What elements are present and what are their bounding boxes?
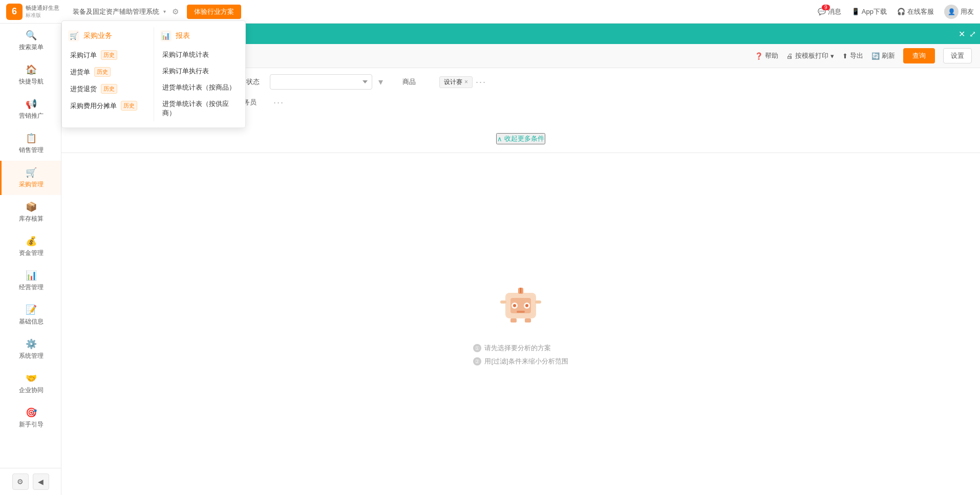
home-icon: 🏠 bbox=[26, 64, 37, 75]
sidebar-item-sales[interactable]: 📋 销售管理 bbox=[0, 126, 61, 161]
sidebar-item-inventory[interactable]: 📦 库存核算 bbox=[0, 195, 61, 229]
dropdown-col-reports: 📊 报表 采购订单统计表 采购订单执行表 进货单统计表（按商品） 进货单统计表（… bbox=[154, 27, 246, 121]
dropdown-item-inbound[interactable]: 进货单 历史 bbox=[68, 63, 147, 80]
logo-name: 畅捷通好生意 bbox=[26, 4, 59, 11]
sales-icon: 📋 bbox=[26, 133, 37, 144]
refresh-btn[interactable]: 🔄 刷新 bbox=[871, 51, 895, 60]
print-btn[interactable]: 🖨 按模板打印 ▾ bbox=[786, 51, 834, 60]
sidebar-item-quick-nav[interactable]: 🏠 快捷导航 bbox=[0, 58, 61, 92]
logo-area: 6 畅捷通好生意 标准版 bbox=[6, 4, 68, 20]
settings-button[interactable]: 设置 bbox=[943, 48, 972, 63]
empty-illustration bbox=[495, 280, 546, 331]
sidebar-item-inventory-label: 库存核算 bbox=[19, 214, 44, 223]
empty-tips: ① 请先选择要分析的方案 ② 用[过滤]条件来缩小分析范围 bbox=[473, 341, 568, 368]
tab-close-all-icon[interactable]: ✕ bbox=[958, 29, 965, 39]
messages-icon: 💬 9 bbox=[818, 8, 826, 15]
reports-dropdown-icon: 📊 bbox=[160, 30, 172, 41]
system-settings-icon[interactable]: ⚙ bbox=[172, 7, 179, 16]
dropdown-item-purchase-order-stats[interactable]: 采购订单统计表 bbox=[160, 47, 240, 63]
tip-num-2: ② bbox=[473, 357, 481, 365]
sidebar-item-marketing[interactable]: 📢 营销推广 bbox=[0, 92, 61, 126]
svg-point-4 bbox=[513, 304, 516, 307]
sidebar-item-finance[interactable]: 💰 资金管理 bbox=[0, 229, 61, 264]
collapse-btn[interactable]: ∧ 收起更多条件 bbox=[496, 133, 545, 144]
export-btn[interactable]: ⬆ 导出 bbox=[842, 51, 863, 60]
sidebar-item-marketing-label: 营销推广 bbox=[19, 112, 44, 120]
newbie-icon: 🎯 bbox=[26, 407, 37, 418]
sidebar-item-search[interactable]: 🔍 搜索菜单 bbox=[0, 24, 61, 58]
print-icon: 🖨 bbox=[786, 52, 793, 60]
svg-rect-9 bbox=[500, 300, 506, 304]
salesman-dots[interactable]: ··· bbox=[273, 97, 284, 108]
sidebar-item-operations[interactable]: 📊 经营管理 bbox=[0, 264, 61, 298]
user-label: 用友 bbox=[961, 7, 974, 16]
inbound-label: 进货单 bbox=[70, 68, 90, 77]
dropdown-item-purchase-order[interactable]: 采购订单 历史 bbox=[68, 47, 147, 63]
online-service-item[interactable]: 🎧 在线客服 bbox=[897, 7, 934, 16]
user-item[interactable]: 👤 用友 bbox=[944, 5, 974, 19]
app-download-item[interactable]: 📱 App下载 bbox=[851, 7, 887, 16]
sidebar-item-finance-label: 资金管理 bbox=[19, 249, 44, 257]
inbound-history-tag: 历史 bbox=[94, 67, 111, 77]
goods-tag-remove[interactable]: × bbox=[464, 78, 468, 85]
query-button[interactable]: 查询 bbox=[903, 48, 935, 63]
purchase-expense-label: 采购费用分摊单 bbox=[70, 101, 117, 111]
dropdown-item-purchase-order-exec[interactable]: 采购订单执行表 bbox=[160, 63, 240, 79]
voucher-status-select[interactable] bbox=[270, 74, 372, 90]
sidebar-collapse-btn[interactable]: ◀ bbox=[33, 474, 49, 490]
operations-icon: 📊 bbox=[26, 270, 37, 281]
tab-bar-right: ✕ ⤢ bbox=[958, 29, 976, 39]
phone-icon: 📱 bbox=[851, 8, 860, 15]
goods-dots[interactable]: ··· bbox=[476, 77, 486, 88]
sidebar-item-quick-nav-label: 快捷导航 bbox=[19, 77, 44, 86]
empty-tip-2: ② 用[过滤]条件来缩小分析范围 bbox=[473, 355, 568, 368]
finance-icon: 💰 bbox=[26, 235, 37, 247]
inbound-return-history-tag: 历史 bbox=[101, 84, 117, 94]
sidebar-settings-btn[interactable]: ⚙ bbox=[12, 474, 29, 490]
search-icon: 🔍 bbox=[26, 30, 37, 41]
svg-rect-6 bbox=[517, 311, 525, 313]
sidebar-item-basic-info[interactable]: 📝 基础信息 bbox=[0, 298, 61, 332]
inbound-stats-supplier-label: 进货单统计表（按供应商） bbox=[162, 99, 238, 118]
refresh-label: 刷新 bbox=[882, 51, 895, 60]
messages-badge: 9 bbox=[822, 5, 830, 10]
topbar-right: 💬 9 消息 📱 App下载 🎧 在线客服 👤 用友 bbox=[818, 5, 974, 19]
sidebar-item-purchase[interactable]: 🛒 采购管理 bbox=[0, 161, 61, 195]
content-body: ① 请先选择要分析的方案 ② 用[过滤]条件来缩小分析范围 bbox=[61, 153, 980, 495]
purchase-order-label: 采购订单 bbox=[70, 51, 97, 60]
inbound-stats-goods-label: 进货单统计表（按商品） bbox=[162, 83, 236, 92]
inbound-return-label: 进货退货 bbox=[70, 84, 97, 94]
sidebar-item-search-label: 搜索菜单 bbox=[19, 43, 44, 52]
trial-button[interactable]: 体验行业方案 bbox=[187, 5, 241, 19]
svg-rect-11 bbox=[510, 318, 517, 322]
messages-item[interactable]: 💬 9 消息 bbox=[818, 7, 841, 16]
purchase-order-stats-label: 采购订单统计表 bbox=[162, 50, 209, 59]
voucher-status-dots: ▾ bbox=[378, 76, 384, 88]
sidebar-item-newbie[interactable]: 🎯 新手引导 bbox=[0, 401, 61, 435]
dropdown-item-purchase-expense[interactable]: 采购费用分摊单 历史 bbox=[68, 97, 147, 114]
purchase-icon: 🛒 bbox=[26, 167, 37, 178]
goods-label: 商品 bbox=[402, 77, 433, 87]
dropdown-item-inbound-stats-supplier[interactable]: 进货单统计表（按供应商） bbox=[160, 96, 240, 121]
logo-tag: 标准版 bbox=[26, 12, 59, 19]
dropdown-col-purchase: 🛒 采购业务 采购订单 历史 进货单 历史 进货退货 历史 采购费用分摊单 历史 bbox=[62, 27, 154, 121]
sidebar-item-purchase-label: 采购管理 bbox=[19, 180, 44, 189]
sidebar-item-sales-label: 销售管理 bbox=[19, 146, 44, 155]
sidebar-item-enterprise[interactable]: 🤝 企业协同 bbox=[0, 367, 61, 401]
help-label: 帮助 bbox=[765, 51, 778, 60]
export-label: 导出 bbox=[850, 51, 863, 60]
tab-expand-icon[interactable]: ⤢ bbox=[969, 29, 976, 39]
avatar: 👤 bbox=[944, 5, 958, 19]
filter-collapse-row: ∧ 收起更多条件 bbox=[70, 131, 972, 146]
system-title-chevron[interactable]: ▾ bbox=[163, 9, 166, 14]
dropdown-col-reports-header: 📊 报表 bbox=[160, 27, 240, 47]
system-title-area: 装备及固定资产辅助管理系统 ▾ ⚙ bbox=[73, 7, 179, 16]
online-service-label: 在线客服 bbox=[907, 7, 934, 16]
sidebar-item-system[interactable]: ⚙️ 系统管理 bbox=[0, 332, 61, 367]
dropdown-item-inbound-return[interactable]: 进货退货 历史 bbox=[68, 80, 147, 97]
help-btn[interactable]: ❓ 帮助 bbox=[755, 51, 778, 60]
dropdown-item-inbound-stats-goods[interactable]: 进货单统计表（按商品） bbox=[160, 79, 240, 96]
dropdown-menu: 🛒 采购业务 采购订单 历史 进货单 历史 进货退货 历史 采购费用分摊单 历史 bbox=[61, 24, 246, 128]
print-label: 按模板打印 bbox=[795, 51, 828, 60]
dropdown-col-purchase-title: 采购业务 bbox=[83, 31, 112, 40]
